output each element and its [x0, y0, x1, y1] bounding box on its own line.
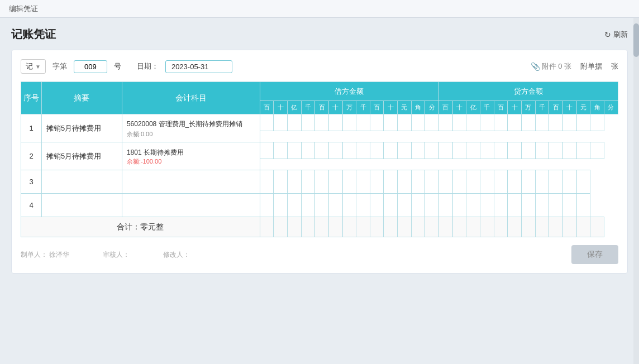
debit-d3: 亿	[287, 101, 301, 114]
editor-field: 修改人：	[163, 250, 190, 260]
title-bar-label: 编辑凭证	[9, 4, 38, 14]
chevron-down-icon: ▼	[35, 64, 41, 70]
ji-label: 记	[26, 61, 33, 71]
credit-d9: 百	[549, 101, 563, 114]
credit-d10: 十	[563, 101, 577, 114]
scrollbar[interactable]	[633, 18, 639, 364]
hao-label: 号	[114, 61, 121, 71]
page-title: 记账凭证	[11, 27, 56, 42]
voucher-header: 记 ▼ 字第 号 日期： 📎 附件 0 张 附单据 张	[21, 59, 618, 74]
maker-field: 制单人： 徐泽华	[21, 250, 69, 260]
maker-label: 制单人：	[21, 251, 47, 258]
row4-summary[interactable]	[42, 194, 122, 217]
row2-summary[interactable]: 摊销5月待摊费用	[42, 142, 122, 170]
credit-d13: 分	[604, 101, 618, 114]
editor-label: 修改人：	[163, 251, 190, 258]
row3-account[interactable]	[122, 170, 260, 194]
debit-d13: 分	[425, 101, 439, 114]
credit-d8: 千	[535, 101, 549, 114]
row4-no: 4	[21, 194, 42, 217]
save-button[interactable]: 保存	[571, 245, 618, 264]
table-row: 3	[21, 170, 618, 194]
row1-summary[interactable]: 摊销5月待摊费用	[42, 114, 122, 142]
col-account-header: 会计科目	[122, 82, 260, 114]
credit-d1: 百	[439, 101, 453, 114]
attach-label: 附件 0 张	[542, 61, 571, 71]
credit-header: 贷方金额	[439, 82, 618, 101]
credit-d12: 角	[590, 101, 604, 114]
debit-d2: 十	[274, 101, 288, 114]
row3-no: 3	[21, 170, 42, 194]
fujudan-link[interactable]: 附单据	[580, 61, 602, 71]
voucher-table: 序号 摘要 会计科目 借方金额 贷方金额 百 十 亿 千 百 十 万 千 百 十	[21, 82, 618, 237]
debit-d1: 百	[260, 101, 274, 114]
debit-d9: 百	[370, 101, 384, 114]
date-input[interactable]	[165, 60, 232, 73]
zi-label: 字第	[53, 61, 67, 71]
row4-account[interactable]	[122, 194, 260, 217]
credit-d3: 亿	[466, 101, 480, 114]
ji-selector[interactable]: 记 ▼	[21, 59, 46, 74]
row2-no: 2	[21, 142, 42, 170]
date-label: 日期：	[137, 61, 159, 71]
header-right: 📎 附件 0 张 附单据 张	[531, 61, 618, 71]
refresh-label: 刷新	[613, 30, 628, 40]
attach-link[interactable]: 📎 附件 0 张	[531, 61, 571, 71]
credit-d4: 千	[480, 101, 494, 114]
credit-d2: 十	[452, 101, 466, 114]
footer-right: 保存	[571, 245, 618, 264]
row1-no: 1	[21, 114, 42, 142]
debit-d4: 千	[301, 101, 315, 114]
zhang-text: 张	[611, 61, 618, 71]
row3-summary[interactable]	[42, 170, 122, 194]
credit-d6: 十	[508, 101, 522, 114]
debit-header: 借方金额	[260, 82, 439, 101]
debit-d10: 十	[384, 101, 398, 114]
debit-d11: 元	[398, 101, 412, 114]
reviewer-label: 审核人：	[103, 251, 130, 258]
col-no-header: 序号	[21, 82, 42, 114]
refresh-icon: ↻	[604, 30, 611, 39]
voucher-footer: 制单人： 徐泽华 审核人： 修改人： 保存	[21, 245, 618, 264]
debit-d8: 千	[356, 101, 370, 114]
total-label: 合计：零元整	[21, 217, 260, 237]
credit-d5: 百	[494, 101, 508, 114]
debit-d7: 万	[342, 101, 356, 114]
voucher-number-input[interactable]	[74, 60, 107, 73]
paperclip-icon: 📎	[531, 62, 540, 71]
maker-name: 徐泽华	[49, 251, 69, 258]
total-row: 合计：零元整	[21, 217, 618, 237]
voucher-card: 记 ▼ 字第 号 日期： 📎 附件 0 张 附单据 张 序号 摘	[11, 50, 628, 274]
debit-d5: 百	[315, 101, 329, 114]
scrollbar-thumb[interactable]	[633, 23, 639, 57]
row1-account[interactable]: 56020008 管理费用_长期待摊费用摊销 余额:0.00	[122, 114, 260, 142]
table-row: 1 摊销5月待摊费用 56020008 管理费用_长期待摊费用摊销 余额:0.0…	[21, 114, 618, 131]
table-row: 4	[21, 194, 618, 217]
table-row: 2 摊销5月待摊费用 1801 长期待摊费用 余额:-100.00	[21, 142, 618, 159]
credit-d7: 万	[522, 101, 536, 114]
col-summary-header: 摘要	[42, 82, 122, 114]
row1-balance: 余额:0.00	[127, 130, 260, 138]
row2-balance: 余额:-100.00	[127, 157, 260, 166]
row2-account[interactable]: 1801 长期待摊费用 余额:-100.00	[122, 142, 260, 170]
debit-d6: 十	[328, 101, 342, 114]
reviewer-field: 审核人：	[103, 250, 130, 260]
credit-d11: 元	[576, 101, 590, 114]
debit-d12: 角	[411, 101, 425, 114]
refresh-button[interactable]: ↻ 刷新	[604, 30, 628, 40]
